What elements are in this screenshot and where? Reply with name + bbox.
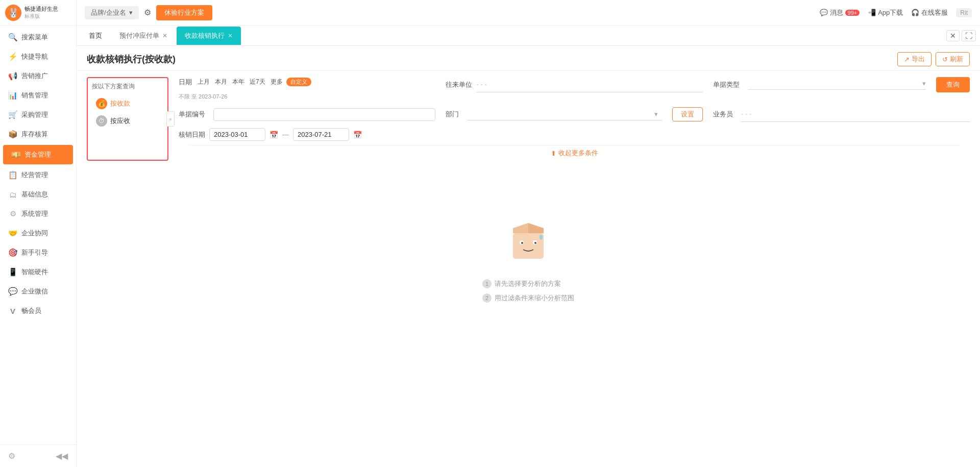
user-avatar[interactable]: Rit — [956, 8, 972, 17]
verify-date-end-input[interactable]: 2023-07-21 — [293, 128, 349, 141]
tip-2-text: 用过滤条件来缩小分析范围 — [495, 293, 574, 303]
counterpart-input[interactable] — [476, 77, 702, 92]
collapse-filter-sidebar-button[interactable]: « — [166, 111, 175, 127]
sidebar-nav: 🔍 搜索菜单 ⚡ 快捷导航 📢 营销推广 📊 销售管理 🛒 采购管理 📦 库存核… — [0, 26, 76, 445]
collapse-sidebar-icon[interactable]: ◀◀ — [52, 449, 72, 463]
sidebar-item-wechat[interactable]: 💬 企业微信 — [0, 282, 76, 301]
tip-2-number: 2 — [482, 293, 492, 303]
sidebar-item-guide[interactable]: 🎯 新手引导 — [0, 243, 76, 262]
verify-date-start-input[interactable]: 2023-03-01 — [209, 128, 265, 141]
query-button[interactable]: 查询 — [936, 77, 970, 92]
brand-selector[interactable]: 品牌/企业名 — [85, 6, 139, 19]
page-title: 收款核销执行(按收款) — [87, 53, 176, 65]
shortcut-this-month[interactable]: 本月 — [213, 77, 229, 87]
sidebar-item-finance[interactable]: 💴 资金管理 — [3, 145, 73, 164]
verify-date-label: 核销日期 — [179, 130, 205, 139]
sidebar-item-label: 系统管理 — [21, 209, 48, 218]
shortcut-7days[interactable]: 近7天 — [248, 77, 267, 87]
export-button[interactable]: ↗ 导出 — [897, 52, 932, 66]
tab-prepay-close-icon[interactable]: ✕ — [162, 32, 167, 39]
tab-receipt-verify-close-icon[interactable]: ✕ — [228, 32, 233, 39]
salesperson-input[interactable] — [741, 107, 970, 122]
sidebar-item-vip[interactable]: V 畅会员 — [0, 301, 76, 321]
verify-date-start-calendar-icon[interactable]: 📅 — [270, 131, 278, 139]
quick-nav-icon: ⚡ — [8, 52, 17, 61]
app-download-button[interactable]: 📲 App下载 — [868, 8, 903, 17]
shortcut-this-year[interactable]: 本年 — [231, 77, 246, 87]
sidebar-item-search-menu[interactable]: 🔍 搜索菜单 — [0, 28, 76, 47]
filter-form-wrapper: 日期 上月 本月 本年 近7天 更多 自定义 不限 至 2 — [179, 77, 970, 161]
logo-icon: 🐰 — [5, 5, 21, 21]
expand-tab-button[interactable]: ⛶ — [962, 30, 976, 41]
refresh-icon: ↺ — [942, 56, 948, 63]
tip-1-number: 1 — [482, 279, 492, 288]
sidebar-item-label: 搜索菜单 — [21, 33, 48, 42]
shortcut-custom[interactable]: 自定义 — [286, 78, 311, 86]
filter-option-by-receipt[interactable]: 💰 按收款 — [92, 95, 163, 112]
tab-prepay[interactable]: 预付冲应付单 ✕ — [111, 27, 176, 45]
settings-button[interactable]: 设置 — [672, 107, 703, 121]
svg-point-7 — [540, 235, 543, 240]
sidebar-item-marketing[interactable]: 📢 营销推广 — [0, 66, 76, 86]
header-right: 💬 消息 99+ 📲 App下载 🎧 在线客服 Rit — [820, 8, 972, 17]
by-receivable-icon: ⏱ — [96, 115, 107, 127]
sidebar-item-sales[interactable]: 📊 销售管理 — [0, 86, 76, 105]
svg-point-5 — [521, 242, 523, 244]
filter-option-by-receivable[interactable]: ⏱ 按应收 — [92, 112, 163, 130]
brand-dropdown-icon — [129, 9, 133, 16]
system-icon: ⚙ — [8, 209, 17, 218]
sidebar-item-label: 采购管理 — [21, 110, 48, 119]
brand-name: 品牌/企业名 — [91, 8, 126, 17]
tab-home[interactable]: 首页 — [81, 27, 110, 45]
date-range-separator: — — [282, 131, 289, 138]
sidebar-item-quick-nav[interactable]: ⚡ 快捷导航 — [0, 47, 76, 66]
settings-icon[interactable]: ⚙ — [4, 449, 19, 463]
sidebar-item-label: 快捷导航 — [21, 52, 48, 61]
empty-tip-1: 1 请先选择要分析的方案 — [482, 279, 574, 288]
sales-icon: 📊 — [8, 91, 17, 100]
app-logo: 🐰 畅捷通好生意 标准版 — [0, 0, 76, 26]
header-left: 品牌/企业名 ⚙ 休验行业方案 — [85, 5, 212, 20]
close-tab-button[interactable]: ✕ — [946, 30, 960, 41]
message-button[interactable]: 💬 消息 99+ — [820, 8, 860, 17]
filter-counterpart-field: 往来单位 — [446, 77, 702, 92]
message-label: 消息 — [830, 8, 843, 17]
tab-bar: 首页 预付冲应付单 ✕ 收款核销执行 ✕ ✕ ⛶ — [77, 26, 980, 46]
doc-type-label: 单据类型 — [713, 80, 740, 89]
sidebar-item-hardware[interactable]: 📱 智能硬件 — [0, 262, 76, 282]
header-gear-icon[interactable]: ⚙ — [144, 8, 151, 17]
inventory-icon: 📦 — [8, 130, 17, 139]
sidebar-item-system[interactable]: ⚙ 系统管理 — [0, 204, 76, 224]
shortcut-last-month[interactable]: 上月 — [196, 77, 211, 87]
sidebar-item-cooperation[interactable]: 🤝 企业协同 — [0, 224, 76, 243]
collapse-more-label: 收起更多条件 — [558, 149, 598, 158]
doc-number-input[interactable] — [213, 108, 435, 121]
counterpart-label: 往来单位 — [446, 80, 472, 89]
filter-doc-number-field: 单据编号 — [179, 108, 435, 121]
collapse-more-icon: ⬆ — [551, 150, 556, 157]
sidebar-item-operations[interactable]: 📋 经营管理 — [0, 165, 76, 185]
online-service-button[interactable]: 🎧 在线客服 — [911, 8, 948, 17]
app-download-icon: 📲 — [868, 9, 876, 16]
industry-solution-button[interactable]: 休验行业方案 — [156, 5, 212, 20]
tip-1-text: 请先选择要分析的方案 — [495, 279, 561, 288]
by-receipt-label: 按收款 — [110, 99, 130, 108]
sidebar-item-label: 基础信息 — [21, 190, 48, 199]
svg-point-6 — [534, 242, 536, 244]
sidebar-item-base-info[interactable]: 🗂 基础信息 — [0, 185, 76, 204]
refresh-button[interactable]: ↺ 刷新 — [936, 52, 970, 66]
sidebar-item-purchase[interactable]: 🛒 采购管理 — [0, 105, 76, 125]
service-icon: 🎧 — [911, 9, 919, 16]
marketing-icon: 📢 — [8, 71, 17, 81]
shortcut-more[interactable]: 更多 — [269, 77, 284, 87]
date-shortcuts: 上月 本月 本年 近7天 更多 自定义 — [196, 77, 311, 87]
verify-date-end-calendar-icon[interactable]: 📅 — [353, 131, 362, 139]
guide-icon: 🎯 — [8, 248, 17, 257]
tab-receipt-verify[interactable]: 收款核销执行 ✕ — [177, 27, 241, 45]
sidebar-item-inventory[interactable]: 📦 库存核算 — [0, 125, 76, 144]
collapse-more-button[interactable]: ⬆ 收起更多条件 — [189, 145, 960, 161]
app-download-label: App下载 — [878, 8, 903, 17]
filter-date-field: 日期 上月 本月 本年 近7天 更多 自定义 不限 至 2 — [179, 77, 435, 101]
sidebar-item-label: 经营管理 — [21, 170, 48, 180]
dept-dropdown-icon: ▾ — [654, 110, 658, 118]
